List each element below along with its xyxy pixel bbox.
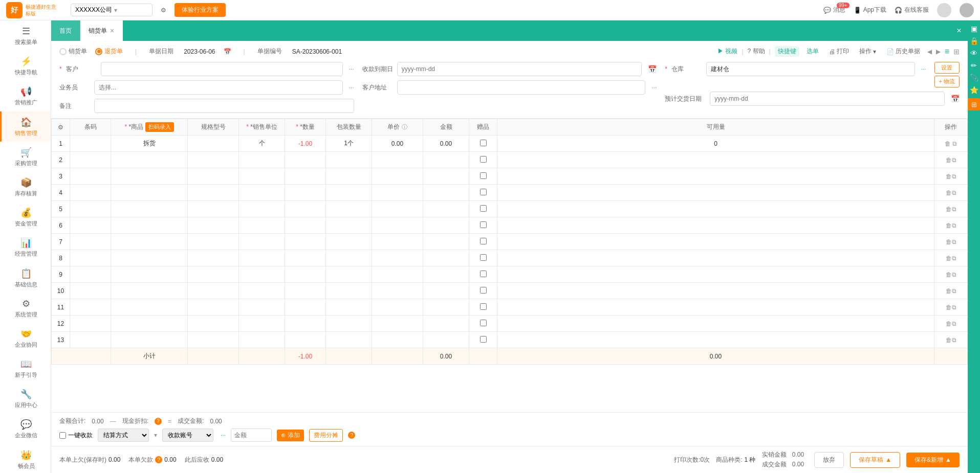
right-panel-icon-2[interactable]: 🔒 <box>970 37 978 45</box>
online-service-button[interactable]: 🎧 在线客服 <box>895 6 929 14</box>
col-settings-header[interactable]: ⚙ <box>52 119 70 136</box>
gift-checkbox-3[interactable] <box>480 172 487 179</box>
cell-price-1[interactable]: 0.00 <box>372 136 423 152</box>
copy-icon-13[interactable]: ⧉ <box>952 336 956 344</box>
amount-input[interactable] <box>231 429 272 442</box>
payment-due-input[interactable] <box>397 62 642 76</box>
delete-icon-13[interactable]: 🗑 <box>946 336 952 344</box>
save-new-btn[interactable]: 保存&新增 ▲ <box>906 453 960 467</box>
video-btn[interactable]: ▶ 视频 <box>717 47 737 56</box>
one-click-checkbox[interactable] <box>59 432 66 439</box>
tab-home[interactable]: 首页 <box>51 20 80 41</box>
cell-barcode-1[interactable] <box>70 136 111 152</box>
prev-record-btn[interactable]: ◀ <box>927 48 932 55</box>
sidebar-item-finance[interactable]: 💰 资金管理 <box>0 202 51 232</box>
help-btn[interactable]: ? 帮助 <box>748 47 765 56</box>
tab-close-icon[interactable]: × <box>110 27 114 35</box>
delete-icon-5[interactable]: 🗑 <box>946 206 952 213</box>
sidebar-item-basics[interactable]: 📋 基础信息 <box>0 263 51 293</box>
sidebar-item-collab[interactable]: 🤝 企业协同 <box>0 323 51 353</box>
sidebar-item-weixin[interactable]: 💬 企业微信 <box>0 414 51 444</box>
address-more-btn[interactable]: ··· <box>651 84 657 91</box>
delete-icon-6[interactable]: 🗑 <box>946 222 952 229</box>
calendar-icon-date[interactable]: 📅 <box>224 48 231 55</box>
warehouse-more-btn[interactable]: ··· <box>921 65 926 73</box>
settings-icon[interactable]: ⚙ <box>161 7 166 14</box>
expected-delivery-input[interactable] <box>710 92 945 106</box>
print-btn[interactable]: 🖨 打印 <box>826 46 852 57</box>
right-panel-icon-4[interactable]: ✏ <box>971 61 977 70</box>
sidebar-item-search[interactable]: ☰ 搜索菜单 <box>0 20 51 51</box>
user-avatar[interactable] <box>937 3 951 17</box>
price-info-icon[interactable]: ⓘ <box>402 124 407 130</box>
remark-input[interactable] <box>94 99 354 113</box>
settings-btn[interactable]: 设置 <box>934 62 960 74</box>
copy-icon-12[interactable]: ⧉ <box>952 320 956 327</box>
expense-help-icon[interactable]: ? <box>348 432 355 439</box>
radio-return-order[interactable]: 退货单 <box>95 47 123 56</box>
cell-spec-1[interactable] <box>188 136 239 152</box>
shortcut-btn[interactable]: 快捷键 <box>775 46 799 57</box>
gift-checkbox-4[interactable] <box>480 189 487 195</box>
delete-icon-8[interactable]: 🗑 <box>946 255 952 262</box>
calendar-icon-payment[interactable]: 📅 <box>648 65 657 73</box>
expense-btn[interactable]: 费用分摊 <box>309 429 343 442</box>
choose-btn[interactable]: 选单 <box>803 46 822 57</box>
copy-icon-1[interactable]: ⧉ <box>952 140 957 147</box>
right-panel-icon-6[interactable]: ⭐ <box>970 86 978 94</box>
next-record-btn[interactable]: ▶ <box>936 48 941 55</box>
app-download-button[interactable]: 📱 App下载 <box>854 6 886 14</box>
cell-qty-1[interactable]: -1.00 <box>285 136 326 152</box>
gift-checkbox-12[interactable] <box>480 320 487 326</box>
delete-icon-2[interactable]: 🗑 <box>946 156 952 164</box>
gift-checkbox-7[interactable] <box>480 238 487 244</box>
salesperson-more-btn[interactable]: ··· <box>349 84 354 91</box>
scan-btn[interactable]: 扫码录入 <box>145 122 174 132</box>
sidebar-item-purchase[interactable]: 🛒 采购管理 <box>0 142 51 172</box>
copy-icon-10[interactable]: ⧉ <box>952 287 956 295</box>
copy-icon-9[interactable]: ⧉ <box>952 271 956 278</box>
history-btn[interactable]: 📄 历史单据 <box>883 46 923 57</box>
message-button[interactable]: 💬 消息 99+ <box>823 6 845 14</box>
right-panel-icon-7[interactable]: ⊞ <box>968 98 980 110</box>
sidebar-item-member[interactable]: 👑 畅会员 <box>0 444 51 473</box>
delete-icon-12[interactable]: 🗑 <box>946 320 952 327</box>
owe-help-icon[interactable]: ? <box>155 456 162 463</box>
gift-checkbox-5[interactable] <box>480 205 487 212</box>
sidebar-item-marketing[interactable]: 📢 营销推广 <box>0 81 51 111</box>
copy-icon-5[interactable]: ⧉ <box>952 206 956 213</box>
sidebar-item-sales[interactable]: 🏠 销售管理 <box>0 111 51 142</box>
delete-icon-10[interactable]: 🗑 <box>946 287 952 295</box>
abandon-btn[interactable]: 放弃 <box>814 452 844 468</box>
save-draft-btn[interactable]: 保存草稿 ▲ <box>850 452 900 468</box>
sidebar-item-shortcuts[interactable]: ⚡ 快捷导航 <box>0 51 51 81</box>
account-more-btn[interactable]: ··· <box>221 432 226 439</box>
copy-icon-7[interactable]: ⧉ <box>952 238 956 245</box>
calc-method-select[interactable]: 结算方式 <box>98 429 149 442</box>
gift-checkbox-2[interactable] <box>480 156 487 163</box>
customer-address-input[interactable] <box>397 80 646 95</box>
gift-checkbox-6[interactable] <box>480 221 487 228</box>
customer-input[interactable] <box>101 62 343 76</box>
copy-icon-11[interactable]: ⧉ <box>952 304 956 311</box>
delete-icon-3[interactable]: 🗑 <box>946 173 952 180</box>
tab-sales-order[interactable]: 销货单 × <box>80 20 123 41</box>
close-form-btn[interactable]: ✕ <box>950 20 968 41</box>
company-selector[interactable]: XXXXXX公司 ▾ <box>71 4 153 16</box>
trial-btn[interactable]: 体验行业方案 <box>175 3 226 17</box>
account-select[interactable]: 收款账号 <box>162 429 213 442</box>
right-panel-icon-3[interactable]: 👁 <box>970 49 977 57</box>
list-view-btn[interactable]: ≡ <box>945 47 949 56</box>
warehouse-input[interactable] <box>706 62 915 76</box>
right-panel-icon-1[interactable]: ▣ <box>971 25 977 33</box>
sidebar-item-inventory[interactable]: 📦 库存核算 <box>0 172 51 202</box>
user-avatar-2[interactable] <box>960 3 974 17</box>
delete-icon-1[interactable]: 🗑 <box>945 140 951 147</box>
add-payment-btn[interactable]: ⊕ 添加 <box>277 430 304 441</box>
discount-help-icon[interactable]: ? <box>155 418 162 425</box>
copy-icon-2[interactable]: ⧉ <box>952 156 956 164</box>
customer-more-btn[interactable]: ··· <box>349 65 354 73</box>
right-panel-icon-5[interactable]: 📎 <box>970 74 978 82</box>
copy-icon-4[interactable]: ⧉ <box>952 189 956 196</box>
delete-icon-7[interactable]: 🗑 <box>946 238 952 245</box>
